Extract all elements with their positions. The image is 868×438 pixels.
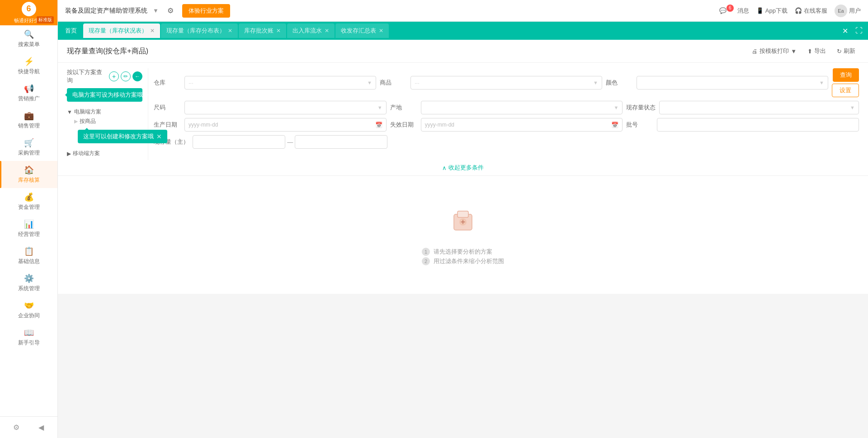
goods-dots: ···: [415, 80, 420, 86]
export-btn[interactable]: ⬆ 导出: [804, 45, 830, 57]
filter-cell-batch: 批号: [626, 118, 859, 132]
sidebar: 6 畅通好好生意 标准版 🔍 搜索菜单 ⚡ 快捷导航 📢 营销推广 💼 销售管理…: [0, 0, 58, 438]
stock-qty-min[interactable]: [193, 135, 285, 149]
phone-icon: 📱: [756, 7, 764, 14]
filter-label: 按以下方案查询: [67, 68, 105, 85]
sidebar-item-finance[interactable]: 💰 资金管理: [0, 188, 57, 215]
guide-icon: 📖: [24, 328, 34, 338]
tab-inventory-dist-close[interactable]: ✕: [228, 28, 232, 34]
tooltip1-close[interactable]: ✕: [146, 91, 151, 99]
sidebar-item-basic[interactable]: 📋 基础信息: [0, 242, 57, 269]
scheme-tooltip1[interactable]: 电脑方案可设为移动方案哦 ✕: [67, 88, 142, 102]
tab-inout-flow-close[interactable]: ✕: [325, 28, 329, 34]
tab-batch-account[interactable]: 库存批次账 ✕: [239, 24, 286, 38]
header-left: 装备及固定资产辅助管理系统 ▼ ⚙ 体验行业方案: [65, 4, 230, 18]
stock-qty-max[interactable]: [295, 135, 387, 149]
sidebar-item-marketing[interactable]: 📢 营销推广: [0, 80, 57, 107]
operations-icon: 📊: [24, 219, 34, 229]
tab-batch-account-close[interactable]: ✕: [276, 28, 281, 34]
batch-input[interactable]: [657, 118, 859, 132]
tab-inventory-dist[interactable]: 现存量（库存分布表） ✕: [161, 24, 238, 38]
industry-btn[interactable]: 体验行业方案: [182, 4, 230, 18]
scheme-sub-arrow: ▶: [74, 118, 78, 124]
sidebar-item-sales[interactable]: 💼 销售管理: [0, 107, 57, 134]
filter-main: 仓库 ··· ▼ 商品 ··· ▼: [148, 68, 859, 152]
color-label: 颜色: [606, 79, 633, 87]
reset-btn[interactable]: 设置: [832, 84, 859, 97]
svg-rect-1: [458, 211, 468, 217]
stock-status-caret: ▼: [850, 105, 855, 110]
tab-home[interactable]: 首页: [60, 24, 82, 38]
warehouse-select[interactable]: ··· ▼: [184, 76, 376, 89]
sidebar-item-purchase[interactable]: 🛒 采购管理: [0, 134, 57, 161]
filter-cell-stock-qty: 现存量（主） —: [154, 135, 387, 149]
scheme-desktop-sub-label: 按商品: [80, 118, 96, 125]
search-btn[interactable]: 查询: [833, 68, 859, 82]
warehouse-label: 仓库: [154, 79, 181, 87]
expiry-date-input[interactable]: yyyy-mm-dd 📅: [421, 118, 623, 132]
tab-inventory-status[interactable]: 现存量（库存状况表） ✕: [83, 24, 160, 38]
edit-scheme-btn[interactable]: ✏: [121, 71, 131, 81]
tab-close-all-btn[interactable]: ✕: [840, 25, 850, 37]
settings-bottom-btn[interactable]: ⚙: [10, 421, 23, 434]
tab-bar-actions: ✕ ⛶: [840, 25, 868, 37]
sidebar-item-guide[interactable]: 📖 新手引导: [0, 324, 57, 351]
empty-step1: 1 请先选择要分析的方案: [422, 248, 504, 256]
add-scheme-btn[interactable]: +: [109, 71, 119, 81]
print-label: 按模板打印: [760, 47, 789, 55]
sidebar-item-quicknav[interactable]: ⚡ 快捷导航: [0, 52, 57, 80]
message-btn[interactable]: 💬 6 消息: [719, 7, 749, 15]
filter-cell-goods: 商品 ··· ▼: [380, 76, 602, 89]
collapse-filter-bar[interactable]: ∧ 收起更多条件: [67, 160, 859, 175]
prod-date-label: 生产日期: [154, 121, 181, 129]
user-btn[interactable]: Ea 用户: [835, 5, 861, 17]
collapse-sidebar-btn[interactable]: ◀: [35, 421, 47, 434]
system-dropdown-icon[interactable]: ▼: [153, 7, 159, 14]
filter-schemes-panel: 按以下方案查询 + ✏ ← 电脑方案可设为移动方案哦 ✕: [67, 68, 148, 160]
goods-label: 商品: [380, 79, 407, 87]
tooltip2-close[interactable]: ✕: [156, 133, 162, 140]
tab-receipt-summary-close[interactable]: ✕: [379, 28, 383, 34]
scheme-nav-btn[interactable]: ←: [132, 71, 142, 81]
tab-inout-flow[interactable]: 出入库流水 ✕: [287, 24, 335, 38]
sales-icon: 💼: [24, 111, 34, 121]
scheme-tooltip2[interactable]: 这里可以创建和修改方案哦 ✕: [78, 130, 167, 143]
export-icon: ⬆: [807, 48, 812, 55]
main-area: 装备及固定资产辅助管理系统 ▼ ⚙ 体验行业方案 💬 6 消息 📱 App下载 …: [58, 0, 868, 438]
scheme-section-mobile: ▶ 移动端方案: [67, 147, 142, 160]
online-support-btn[interactable]: 🎧 在线客服: [795, 7, 827, 15]
app-download-btn[interactable]: 📱 App下载: [756, 7, 788, 15]
message-icon: 💬: [719, 7, 726, 14]
sidebar-item-operations[interactable]: 📊 经营管理: [0, 215, 57, 242]
expiry-date-placeholder: yyyy-mm-dd: [425, 122, 454, 128]
scheme-desktop-header[interactable]: ▼ 电脑端方案: [67, 107, 142, 117]
sidebar-item-inventory-label: 库存核算: [18, 176, 40, 184]
tab-inventory-status-close[interactable]: ✕: [150, 28, 155, 34]
stock-status-select[interactable]: ▼: [659, 101, 859, 114]
tab-fullscreen-btn[interactable]: ⛶: [854, 25, 864, 37]
sidebar-item-search[interactable]: 🔍 搜索菜单: [0, 25, 57, 52]
export-label: 导出: [814, 47, 826, 55]
tab-receipt-summary[interactable]: 收发存汇总表 ✕: [335, 24, 389, 38]
header-gear-btn[interactable]: ⚙: [164, 5, 177, 17]
scheme-desktop-sub-item[interactable]: ▶ 按商品: [74, 117, 142, 126]
prod-date-input[interactable]: yyyy-mm-dd 📅: [184, 118, 387, 132]
refresh-btn[interactable]: ↻ 刷新: [833, 45, 859, 57]
sidebar-item-inventory[interactable]: 🏠 库存核算: [0, 161, 57, 188]
sidebar-item-system[interactable]: ⚙️ 系统管理: [0, 269, 57, 297]
goods-select[interactable]: ··· ▼: [410, 76, 602, 89]
size-select[interactable]: ▼: [184, 101, 387, 114]
color-select[interactable]: ▼: [637, 76, 828, 89]
origin-select[interactable]: ▼: [421, 101, 623, 114]
refresh-label: 刷新: [844, 47, 855, 55]
stock-status-label: 现存量状态: [626, 104, 656, 112]
step1-text: 请先选择要分析的方案: [434, 248, 492, 256]
print-btn[interactable]: 🖨 按模板打印 ▼: [748, 45, 800, 57]
goods-caret: ▼: [593, 80, 598, 85]
filter-cell-warehouse: 仓库 ··· ▼: [154, 76, 376, 89]
system-icon: ⚙️: [24, 273, 34, 283]
sidebar-item-enterprise[interactable]: 🤝 企业协同: [0, 297, 57, 324]
scheme-mobile-header[interactable]: ▶ 移动端方案: [67, 149, 142, 158]
user-avatar: Ea: [835, 5, 847, 17]
origin-label: 产地: [390, 104, 417, 112]
